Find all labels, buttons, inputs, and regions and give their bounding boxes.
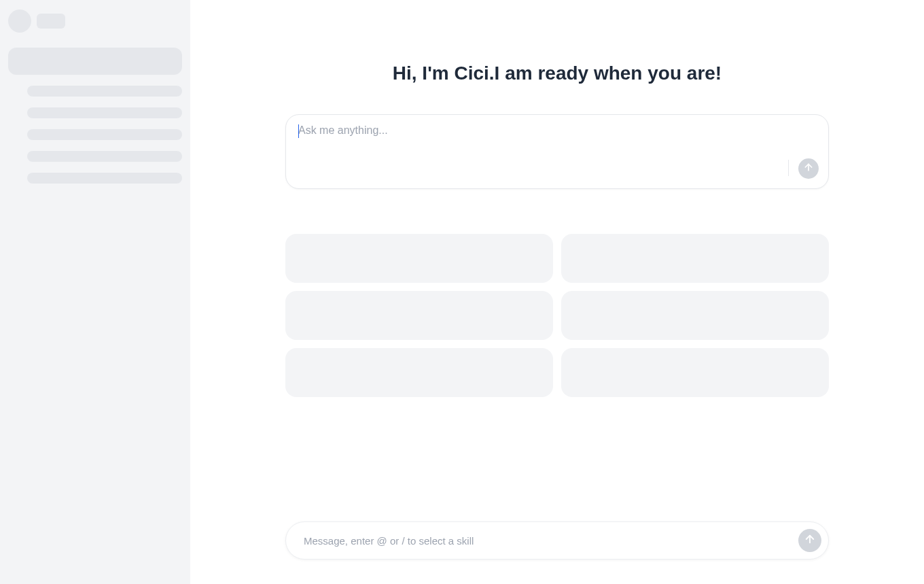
bottom-send-button[interactable] bbox=[798, 529, 821, 552]
sidebar-sub-skeleton bbox=[27, 107, 182, 118]
ask-input[interactable] bbox=[298, 124, 816, 137]
suggestion-skeleton bbox=[561, 348, 829, 397]
greeting-title: Hi, I'm Cici.I am ready when you are! bbox=[393, 63, 722, 84]
text-cursor bbox=[298, 124, 299, 138]
suggestion-skeleton bbox=[285, 348, 553, 397]
suggestion-grid bbox=[285, 234, 829, 397]
sidebar-sub-skeleton bbox=[27, 173, 182, 184]
arrow-up-icon bbox=[803, 162, 814, 175]
message-input[interactable] bbox=[304, 535, 798, 547]
suggestion-skeleton bbox=[561, 234, 829, 283]
ask-divider bbox=[788, 160, 789, 176]
main-content: Hi, I'm Cici.I am ready when you are! bbox=[190, 0, 924, 584]
sidebar-sub-skeleton bbox=[27, 129, 182, 140]
suggestion-skeleton bbox=[285, 234, 553, 283]
tag-skeleton bbox=[37, 14, 65, 29]
suggestion-skeleton bbox=[285, 291, 553, 340]
sidebar-sub-skeleton bbox=[27, 86, 182, 97]
arrow-up-icon bbox=[804, 533, 816, 548]
sidebar-main-skeleton bbox=[8, 48, 182, 75]
ask-box[interactable] bbox=[285, 114, 829, 189]
avatar-skeleton bbox=[8, 10, 31, 33]
sidebar bbox=[0, 0, 190, 584]
send-button[interactable] bbox=[798, 158, 819, 179]
sidebar-sub-list bbox=[8, 86, 182, 184]
sidebar-header bbox=[8, 10, 182, 33]
sidebar-sub-skeleton bbox=[27, 151, 182, 162]
bottom-input-bar[interactable] bbox=[285, 521, 829, 560]
suggestion-skeleton bbox=[561, 291, 829, 340]
